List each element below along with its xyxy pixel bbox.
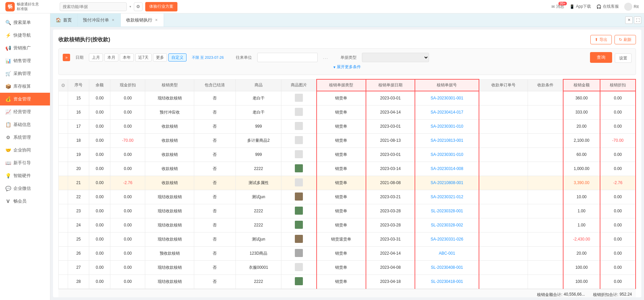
filter-row-1: » 日期 上月 本月 本年 近7天 更多 自定义 不限 至 2023-07-26… bbox=[63, 52, 632, 63]
td-seq: 17 bbox=[68, 119, 89, 133]
td-verify-bill-no: SA-20230321-012 bbox=[415, 190, 479, 204]
sidebar-item-member[interactable]: V 畅会员 bbox=[0, 195, 50, 208]
td-cash-discount: 0.00 bbox=[110, 232, 145, 246]
sidebar-item-sales[interactable]: 📊 销售管理 bbox=[0, 54, 50, 67]
date-btn-this-year[interactable]: 本年 bbox=[120, 53, 134, 61]
online-service-btn[interactable]: 🎧 在线客服 bbox=[596, 4, 619, 9]
verify-bill-no-link[interactable]: ABC-001 bbox=[439, 251, 455, 256]
td-goods: 老白干 bbox=[236, 91, 281, 105]
user-profile[interactable]: Rit bbox=[624, 3, 639, 11]
td-verify-type: 现结收款核销 bbox=[145, 232, 194, 246]
search-input[interactable] bbox=[60, 2, 127, 11]
sidebar-item-inventory[interactable]: 📦 库存核算 bbox=[0, 80, 50, 93]
tab-maximize-btn[interactable]: ⛶ bbox=[634, 16, 641, 24]
verify-bill-no-link[interactable]: SA-20210813-001 bbox=[431, 138, 463, 143]
verify-bill-no-link[interactable]: SA-20210808-001 bbox=[431, 180, 463, 185]
goods-image-placeholder bbox=[295, 122, 303, 130]
app-download-btn[interactable]: 📱 App下载 bbox=[570, 4, 591, 9]
page-content: 收款核销执行(按收款) ⬆ 导出 ↻ 刷新 » 日期 bbox=[53, 30, 641, 297]
page-title-actions: ⬆ 导出 ↻ 刷新 bbox=[590, 35, 636, 44]
td-verify-amount: -2,430.00 bbox=[563, 232, 600, 246]
industry-btn[interactable]: 体验行业方案 bbox=[145, 2, 177, 11]
td-verify-amount: 100.00 bbox=[563, 260, 600, 274]
verify-bill-no-link[interactable]: SA-20230301-001 bbox=[431, 96, 463, 100]
td-verify-bill-no: SA-20230331-026 bbox=[415, 232, 479, 246]
verify-bill-no-link[interactable]: SL-20230328-002 bbox=[431, 223, 463, 227]
sidebar-label-finance: 资金管理 bbox=[13, 96, 31, 102]
tab-close-prepay[interactable]: ✕ bbox=[111, 18, 115, 22]
td-receipt-order-no bbox=[479, 119, 528, 133]
td-cash-discount: 0.00 bbox=[110, 260, 145, 274]
sidebar-item-marketing[interactable]: 📢 营销推广 bbox=[0, 42, 50, 54]
verify-bill-no-link[interactable]: SA-20230331-026 bbox=[431, 237, 463, 242]
goods-image-placeholder bbox=[295, 235, 303, 243]
td-balance: 0.00 bbox=[89, 204, 110, 218]
gear-button[interactable]: ⚙ bbox=[134, 2, 143, 11]
partner-filter-label: 往来单位 bbox=[236, 55, 252, 60]
tab-minimize-btn[interactable]: ✕ bbox=[625, 16, 633, 24]
sidebar-item-system[interactable]: ⚙ 系统管理 bbox=[0, 131, 50, 144]
td-verify-amount: 2,100.00 bbox=[563, 133, 600, 147]
td-receipt-condition bbox=[528, 232, 563, 246]
tab-actions: ✕ ⛶ bbox=[623, 13, 644, 27]
partner-input[interactable] bbox=[257, 53, 318, 62]
logo-icon: 畅 bbox=[5, 2, 15, 11]
refresh-button[interactable]: ↻ 刷新 bbox=[614, 35, 636, 44]
sidebar-item-purchase[interactable]: 🛒 采购管理 bbox=[0, 67, 50, 80]
td-seq: 25 bbox=[68, 232, 89, 246]
lightning-icon: ⚡ bbox=[5, 33, 11, 38]
date-btn-last-month[interactable]: 上月 bbox=[89, 53, 103, 61]
sidebar-item-basics[interactable]: 📋 基础信息 bbox=[0, 118, 50, 131]
td-balance: 0.00 bbox=[89, 133, 110, 147]
message-btn[interactable]: ✉ 消息 99+ bbox=[551, 4, 564, 9]
verify-bill-no-link[interactable]: SL-20230328-001 bbox=[431, 209, 463, 213]
sidebar-item-operations[interactable]: 📈 经营管理 bbox=[0, 105, 50, 118]
td-verify-amount: 10.00 bbox=[563, 190, 600, 204]
td-seq: 23 bbox=[68, 204, 89, 218]
date-btn-custom[interactable]: 自定义 bbox=[168, 53, 186, 61]
verify-bill-no-link[interactable]: SA-20230414-017 bbox=[431, 110, 463, 115]
verify-bill-no-link[interactable]: SL-20230408-001 bbox=[431, 265, 463, 270]
td-goods-image bbox=[281, 119, 317, 133]
verify-bill-no-link[interactable]: SA-20230321-012 bbox=[431, 195, 463, 199]
sidebar-item-finance[interactable]: 💰 资金管理 bbox=[0, 93, 50, 105]
tab-verify[interactable]: 收款核销执行 ✕ bbox=[121, 13, 164, 27]
expand-conditions-btn[interactable]: ▾ 展开更多条件 bbox=[333, 64, 361, 70]
td-include-closed: 否 bbox=[194, 190, 236, 204]
date-btn-more[interactable]: 更多 bbox=[153, 53, 167, 61]
td-verify-bill-no: SA-20210813-001 bbox=[415, 133, 479, 147]
td-balance: 0.00 bbox=[89, 105, 110, 119]
verify-bill-no-link[interactable]: SA-20230314-008 bbox=[431, 166, 463, 171]
sidebar-item-search[interactable]: 🔍 搜索菜单 bbox=[0, 16, 50, 29]
sidebar-item-nav[interactable]: ⚡ 快捷导航 bbox=[0, 29, 50, 42]
sidebar-item-hardware[interactable]: 💡 智能硬件 bbox=[0, 169, 50, 182]
bill-type-select[interactable] bbox=[362, 53, 429, 62]
td-verify-bill-type: 销货单 bbox=[317, 176, 366, 190]
td-cash-discount: 0.00 bbox=[110, 119, 145, 133]
sidebar-item-guide[interactable]: 📖 新手引导 bbox=[0, 157, 50, 169]
td-balance: 0.00 bbox=[89, 190, 110, 204]
verify-bill-no-link[interactable]: SL-20230418-001 bbox=[431, 279, 463, 284]
tab-prepay[interactable]: 预付冲应付单 ✕ bbox=[77, 13, 121, 27]
chart-icon: 📊 bbox=[5, 58, 11, 63]
table-row: 28 0.00 0.00 现结收款核销 否 2222 销货单 2023-04-1… bbox=[59, 274, 636, 289]
table-row: 20 0.00 0.00 收款核销 否 2222 销货单 2023-03-14 … bbox=[59, 162, 636, 176]
td-receipt-order-no bbox=[479, 147, 528, 162]
sidebar-item-collab[interactable]: 🤝 企业协同 bbox=[0, 144, 50, 157]
date-btn-7days[interactable]: 近7天 bbox=[135, 53, 152, 61]
query-button[interactable]: 查询 bbox=[590, 52, 612, 63]
filter-settings-button[interactable]: 设置 bbox=[615, 53, 632, 63]
export-button[interactable]: ⬆ 导出 bbox=[590, 35, 612, 44]
td-verify-bill-type: 销货单 bbox=[317, 274, 366, 289]
tab-home[interactable]: 🏠 首页 bbox=[50, 13, 77, 27]
date-btn-this-month[interactable]: 本月 bbox=[104, 53, 118, 61]
verify-bill-no-link[interactable]: SA-20230301-010 bbox=[431, 124, 463, 129]
sidebar-item-wechat[interactable]: 💬 企业微信 bbox=[0, 182, 50, 195]
td-goods: 123D商品 bbox=[236, 246, 281, 260]
column-settings-icon[interactable]: ⚙ bbox=[61, 83, 65, 88]
verify-bill-no-link[interactable]: SA-20230301-010 bbox=[431, 152, 463, 157]
td-receipt-condition bbox=[528, 274, 563, 289]
filter-expand-btn[interactable]: » bbox=[63, 54, 70, 61]
td-seq: 19 bbox=[68, 147, 89, 162]
tab-close-verify[interactable]: ✕ bbox=[154, 18, 158, 22]
